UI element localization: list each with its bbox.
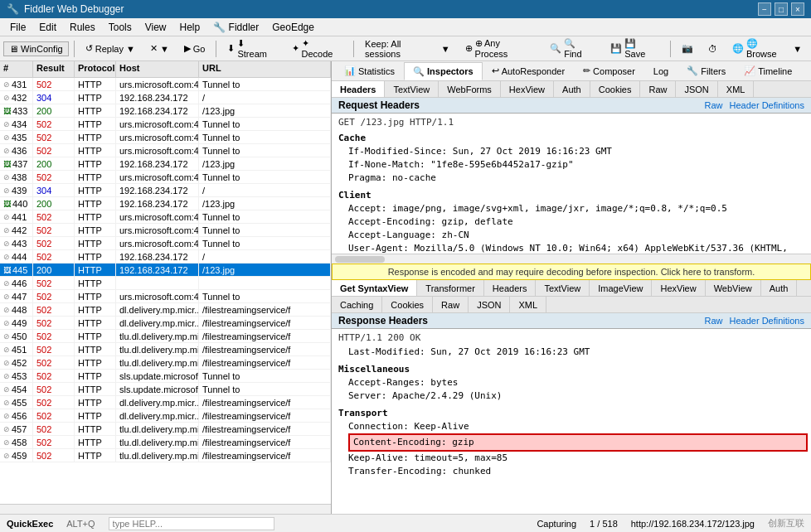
resp-subtab-webview[interactable]: WebView [706, 280, 761, 296]
resp-subtab-raw[interactable]: Raw [433, 297, 469, 312]
filters-label: Filters [701, 66, 726, 76]
subtab-headers[interactable]: Headers [332, 81, 385, 97]
table-row[interactable]: ⊘ 434 502 HTTP urs.microsoft.com:443 Tun… [0, 118, 331, 131]
remove-dropdown-icon[interactable]: ▼ [160, 44, 169, 54]
sessions-list[interactable]: ⊘ 431 502 HTTP urs.microsoft.com:443 Tun… [0, 78, 331, 504]
table-row[interactable]: ⊘ 449 502 HTTP dl.delivery.mp.micr... /f… [0, 317, 331, 330]
resp-subtab-xml[interactable]: XML [510, 297, 546, 312]
cell-protocol: HTTP [75, 171, 116, 183]
tab-timeline[interactable]: 📈 Timeline [735, 62, 801, 80]
table-row[interactable]: ⊘ 444 502 HTTP 192.168.234.172 / [0, 250, 331, 264]
go-button[interactable]: ▶ Go [178, 41, 211, 56]
subtab-auth[interactable]: Auth [554, 81, 590, 97]
response-definitions-link[interactable]: Header Definitions [730, 316, 805, 326]
table-row[interactable]: ⊘ 451 502 HTTP tlu.dl.delivery.mp.mi... … [0, 343, 331, 356]
table-row[interactable]: ⊘ 459 502 HTTP tlu.dl.delivery.mp.mi... … [0, 449, 331, 462]
replay-dropdown-icon[interactable]: ▼ [126, 44, 135, 54]
col-header-url: URL [199, 61, 331, 77]
table-row[interactable]: ⊘ 432 304 HTTP 192.168.234.172 / [0, 91, 331, 104]
resp-subtab-transformer[interactable]: Transformer [417, 280, 484, 296]
timer-button[interactable]: ⏱ [702, 41, 723, 56]
hscrollbar-thumb[interactable] [335, 256, 385, 263]
maximize-button[interactable]: □ [775, 2, 788, 16]
resp-subtab-getsyntaxview[interactable]: Get SyntaxView [332, 280, 417, 296]
winconfig-button[interactable]: 🖥 WinConfig [3, 41, 69, 56]
inspectors-icon: 🔍 [413, 66, 425, 77]
resp-subtab-hexview[interactable]: HexView [652, 280, 705, 296]
table-row[interactable]: ⊘ 448 502 HTTP dl.delivery.mp.micr... /f… [0, 303, 331, 317]
subtab-textview[interactable]: TextView [385, 81, 439, 97]
table-row[interactable]: 🖼 445 200 HTTP 192.168.234.172 /123.jpg [0, 264, 331, 277]
tab-inspectors[interactable]: 🔍 Inspectors [404, 62, 483, 80]
table-row[interactable]: ⊘ 436 502 HTTP urs.microsoft.com:443 Tun… [0, 144, 331, 157]
table-row[interactable]: ⊘ 438 502 HTTP urs.microsoft.com:443 Tun… [0, 171, 331, 184]
transform-notice[interactable]: Response is encoded and may require deco… [332, 264, 811, 280]
tab-statistics[interactable]: 📊 Statistics [335, 62, 404, 80]
any-process-button[interactable]: ⊕ ⊕ Any Process [459, 36, 541, 61]
browse-dropdown-icon[interactable]: ▼ [793, 44, 802, 54]
menu-file[interactable]: File [3, 20, 32, 35]
table-row[interactable]: ⊘ 453 502 HTTP sls.update.microsoft... T… [0, 370, 331, 383]
table-row[interactable]: 🖼 437 200 HTTP 192.168.234.172 /123.jpg [0, 157, 331, 171]
subtab-raw[interactable]: Raw [640, 81, 676, 97]
resp-subtab-imageview[interactable]: ImageView [590, 280, 652, 296]
response-raw-link[interactable]: Raw [704, 316, 722, 326]
stream-button[interactable]: ⬇ ⬇ Stream [221, 36, 282, 61]
request-definitions-link[interactable]: Header Definitions [730, 100, 805, 110]
table-row[interactable]: ⊘ 458 502 HTTP tlu.dl.delivery.mp.mi... … [0, 436, 331, 449]
menu-edit[interactable]: Edit [32, 20, 63, 35]
table-row[interactable]: ⊘ 443 502 HTTP urs.microsoft.com:443 Tun… [0, 237, 331, 250]
table-row[interactable]: ⊘ 447 502 HTTP urs.microsoft.com:443 Tun… [0, 290, 331, 303]
table-row[interactable]: ⊘ 442 502 HTTP urs.microsoft.com:443 Tun… [0, 224, 331, 237]
horizontal-scrollbar[interactable] [0, 504, 331, 514]
table-row[interactable]: ⊘ 455 502 HTTP dl.delivery.mp.micr... /f… [0, 396, 331, 409]
table-row[interactable]: ⊘ 454 502 HTTP sls.update.microsoft... T… [0, 383, 331, 396]
subtab-webforms[interactable]: WebForms [439, 81, 501, 97]
menu-geoedge[interactable]: GeoEdge [265, 20, 321, 35]
table-row[interactable]: ⊘ 452 502 HTTP tlu.dl.delivery.mp.mi... … [0, 356, 331, 370]
subtab-json[interactable]: JSON [676, 81, 717, 97]
table-row[interactable]: ⊘ 450 502 HTTP tlu.dl.delivery.mp.mi... … [0, 330, 331, 343]
tab-autoresponder[interactable]: ↩ AutoResponder [483, 62, 574, 80]
remove-button[interactable]: ✕ ▼ [144, 41, 175, 56]
table-row[interactable]: ⊘ 431 502 HTTP urs.microsoft.com:443 Tun… [0, 78, 331, 91]
screenshot-button[interactable]: 📷 [676, 41, 699, 56]
subtab-xml[interactable]: XML [718, 81, 755, 97]
menu-rules[interactable]: Rules [63, 20, 102, 35]
resp-subtab-auth[interactable]: Auth [761, 280, 798, 296]
resp-subtab-headers[interactable]: Headers [484, 280, 537, 296]
tab-composer[interactable]: ✏ Composer [574, 62, 644, 80]
resp-subtab-textview[interactable]: TextView [536, 280, 590, 296]
menu-fiddler[interactable]: 🔧 Fiddler [206, 20, 265, 35]
request-raw-link[interactable]: Raw [704, 100, 722, 110]
save-button[interactable]: 💾 💾 Save [605, 36, 665, 61]
menu-help[interactable]: Help [173, 20, 207, 35]
browse-button[interactable]: 🌐 🌐 Browse ▼ [726, 36, 808, 61]
table-row[interactable]: ⊘ 439 304 HTTP 192.168.234.172 / [0, 184, 331, 197]
tab-log[interactable]: Log [644, 62, 677, 80]
resp-subtab-json[interactable]: JSON [469, 297, 510, 312]
table-row[interactable]: ⊘ 446 502 HTTP [0, 277, 331, 290]
find-button[interactable]: 🔍 🔍 Find [544, 36, 601, 61]
resp-subtab-caching[interactable]: Caching [332, 297, 382, 312]
table-row[interactable]: ⊘ 435 502 HTTP urs.microsoft.com:443 Tun… [0, 131, 331, 144]
table-row[interactable]: ⊘ 457 502 HTTP tlu.dl.delivery.mp.mi... … [0, 423, 331, 436]
minimize-button[interactable]: − [758, 2, 771, 16]
resp-subtab-cookies[interactable]: Cookies [382, 297, 433, 312]
decode-button[interactable]: ✦ ✦ Decode [286, 36, 349, 61]
replay-button[interactable]: ↺ Replay ▼ [80, 41, 141, 56]
request-hscrollbar[interactable] [332, 254, 811, 264]
table-row[interactable]: ⊘ 441 502 HTTP urs.microsoft.com:443 Tun… [0, 210, 331, 224]
menu-tools[interactable]: Tools [102, 20, 138, 35]
title-bar-controls[interactable]: − □ × [758, 2, 804, 16]
table-row[interactable]: 🖼 440 200 HTTP 192.168.234.172 /123.jpg [0, 197, 331, 210]
table-row[interactable]: ⊘ 456 502 HTTP dl.delivery.mp.micr... /f… [0, 409, 331, 423]
table-row[interactable]: 🖼 433 200 HTTP 192.168.234.172 /123.jpg [0, 104, 331, 118]
menu-view[interactable]: View [138, 20, 173, 35]
close-button[interactable]: × [791, 2, 804, 16]
tab-filters[interactable]: 🔧 Filters [677, 62, 735, 80]
quickexec-input[interactable] [109, 517, 274, 530]
subtab-cookies[interactable]: Cookies [590, 81, 641, 97]
keep-sessions-button[interactable]: Keep: All sessions ▼ [359, 36, 455, 61]
subtab-hexview[interactable]: HexView [501, 81, 554, 97]
